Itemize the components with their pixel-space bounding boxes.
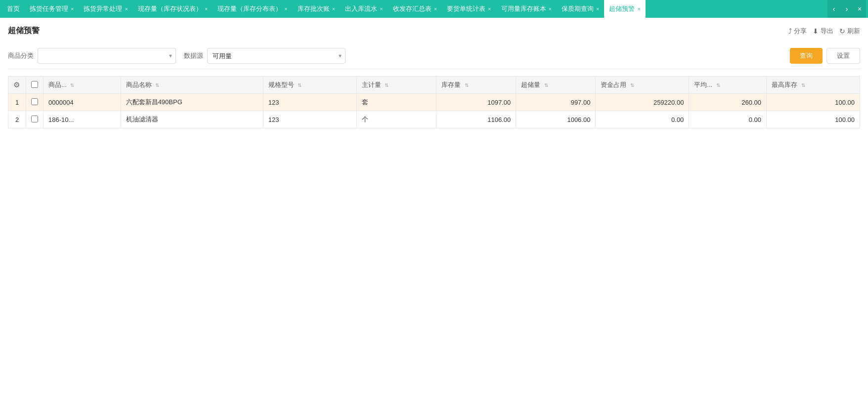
cell-product-code: 186-10...	[43, 111, 121, 128]
col-settings[interactable]: ⚙	[8, 77, 26, 94]
close-icon[interactable]: ×	[596, 6, 599, 12]
col-unit[interactable]: 主计量 ⇅	[356, 77, 436, 94]
cell-product-name: 六配套新昌490BPG	[121, 94, 263, 111]
table-row: 1 0000004 六配套新昌490BPG 123 套 1097.00 997.…	[8, 94, 860, 111]
cell-capital: 259220.00	[596, 94, 689, 111]
cell-spec: 123	[263, 111, 356, 128]
close-icon[interactable]: ×	[380, 6, 383, 12]
cell-product-name: 机油滤清器	[121, 111, 263, 128]
refresh-icon: ↻	[839, 27, 845, 35]
nav-item-task[interactable]: 拣货任务管理 ×	[25, 0, 79, 18]
nav-item-exception[interactable]: 拣货异常处理 ×	[79, 0, 132, 18]
cell-spec: 123	[263, 94, 356, 111]
cell-avg: 0.00	[689, 111, 767, 128]
close-icon[interactable]: ×	[71, 6, 74, 12]
nav-item-expiry[interactable]: 保质期查询 ×	[557, 0, 604, 18]
nav-item-home[interactable]: 首页	[2, 0, 25, 18]
cell-stock: 1106.00	[436, 111, 516, 128]
col-product-code[interactable]: 商品... ⇅	[43, 77, 121, 94]
page-content: 超储预警 ⤴ 分享 ⬇ 导出 ↻ 刷新 商品分类	[0, 18, 868, 395]
col-product-name[interactable]: 商品名称 ⇅	[121, 77, 263, 94]
category-select[interactable]	[38, 48, 176, 64]
row-num: 2	[8, 111, 26, 128]
nav-arrows: ‹ › ×	[827, 0, 866, 18]
data-table: ⚙ 商品... ⇅ 商品名称 ⇅ 规格型号 ⇅ 主计量	[8, 76, 860, 128]
cell-unit: 个	[356, 111, 436, 128]
col-check-all[interactable]	[26, 77, 43, 94]
gear-icon[interactable]: ⚙	[13, 80, 20, 89]
nav-next-button[interactable]: ›	[840, 0, 853, 18]
page-title: 超储预警	[8, 26, 40, 36]
sort-icon: ⇅	[630, 82, 634, 88]
col-spec[interactable]: 规格型号 ⇅	[263, 77, 356, 94]
col-max-stock[interactable]: 最高库存 ⇅	[766, 77, 860, 94]
row-checkbox[interactable]	[31, 98, 38, 105]
category-label: 商品分类	[8, 51, 34, 60]
cell-stock: 1097.00	[436, 94, 516, 111]
share-button[interactable]: ⤴ 分享	[788, 27, 807, 36]
col-capital[interactable]: 资金占用 ⇅	[596, 77, 689, 94]
nav-item-summary[interactable]: 收发存汇总表 ×	[388, 0, 442, 18]
close-icon[interactable]: ×	[549, 6, 552, 12]
table-body: 1 0000004 六配套新昌490BPG 123 套 1097.00 997.…	[8, 94, 860, 128]
nav-item-stock-dist[interactable]: 现存量（库存分布表） ×	[213, 0, 292, 18]
sort-icon: ⇅	[385, 82, 389, 88]
nav-item-overstock[interactable]: 超储预警 ×	[604, 0, 645, 18]
close-icon[interactable]: ×	[205, 6, 208, 12]
cell-product-code: 0000004	[43, 94, 121, 111]
cell-unit: 套	[356, 94, 436, 111]
cell-avg: 260.00	[689, 94, 767, 111]
check-all-checkbox[interactable]	[31, 81, 38, 88]
close-icon[interactable]: ×	[488, 6, 491, 12]
export-icon: ⬇	[813, 27, 819, 35]
settings-button[interactable]: 设置	[826, 48, 860, 64]
cell-capital: 0.00	[596, 111, 689, 128]
nav-prev-button[interactable]: ‹	[827, 0, 840, 18]
nav-item-batch[interactable]: 库存批次账 ×	[293, 0, 340, 18]
nav-item-demand[interactable]: 要货单统计表 ×	[442, 0, 496, 18]
col-overstock[interactable]: 超储量 ⇅	[516, 77, 596, 94]
export-button[interactable]: ⬇ 导出	[813, 27, 833, 36]
page-header: 超储预警 ⤴ 分享 ⬇ 导出 ↻ 刷新	[8, 26, 860, 36]
sort-icon: ⇅	[70, 82, 74, 88]
filter-actions: 查询 设置	[790, 48, 860, 64]
datasource-label: 数据源	[184, 51, 203, 60]
cell-max-stock: 100.00	[766, 94, 860, 111]
nav-item-stock-status[interactable]: 现存量（库存状况表） ×	[133, 0, 213, 18]
sort-icon: ⇅	[155, 82, 159, 88]
category-filter-group: 商品分类	[8, 48, 176, 64]
cell-max-stock: 100.00	[766, 111, 860, 128]
sort-icon: ⇅	[465, 82, 469, 88]
nav-more-button[interactable]: ×	[853, 0, 866, 18]
cell-overstock: 997.00	[516, 94, 596, 111]
row-check-cell[interactable]	[26, 94, 43, 111]
sort-icon: ⇅	[298, 82, 302, 88]
refresh-button[interactable]: ↻ 刷新	[839, 27, 860, 36]
nav-bar: 首页 拣货任务管理 × 拣货异常处理 × 现存量（库存状况表） × 现存量（库存…	[0, 0, 868, 18]
close-icon[interactable]: ×	[125, 6, 128, 12]
category-select-wrap	[38, 48, 176, 64]
cell-overstock: 1006.00	[516, 111, 596, 128]
nav-item-available[interactable]: 可用量库存账本 ×	[496, 0, 557, 18]
col-stock[interactable]: 库存量 ⇅	[436, 77, 516, 94]
sort-icon: ⇅	[801, 82, 805, 88]
row-checkbox[interactable]	[31, 116, 38, 122]
close-icon[interactable]: ×	[332, 6, 335, 12]
row-num: 1	[8, 94, 26, 111]
col-avg[interactable]: 平均... ⇅	[689, 77, 767, 94]
close-icon[interactable]: ×	[637, 6, 640, 12]
datasource-filter-group: 数据源 可用量	[184, 48, 346, 64]
header-actions: ⤴ 分享 ⬇ 导出 ↻ 刷新	[788, 27, 860, 36]
query-button[interactable]: 查询	[790, 48, 823, 64]
filter-area: 商品分类 数据源 可用量 查询 设置	[8, 43, 860, 69]
close-icon[interactable]: ×	[434, 6, 437, 12]
table-header-row: ⚙ 商品... ⇅ 商品名称 ⇅ 规格型号 ⇅ 主计量	[8, 77, 860, 94]
table-row: 2 186-10... 机油滤清器 123 个 1106.00 1006.00 …	[8, 111, 860, 128]
datasource-select[interactable]: 可用量	[207, 48, 346, 64]
share-icon: ⤴	[788, 27, 792, 35]
row-check-cell[interactable]	[26, 111, 43, 128]
close-icon[interactable]: ×	[284, 6, 287, 12]
datasource-select-wrap: 可用量	[207, 48, 346, 64]
nav-item-inout[interactable]: 出入库流水 ×	[340, 0, 388, 18]
sort-icon: ⇅	[544, 82, 548, 88]
